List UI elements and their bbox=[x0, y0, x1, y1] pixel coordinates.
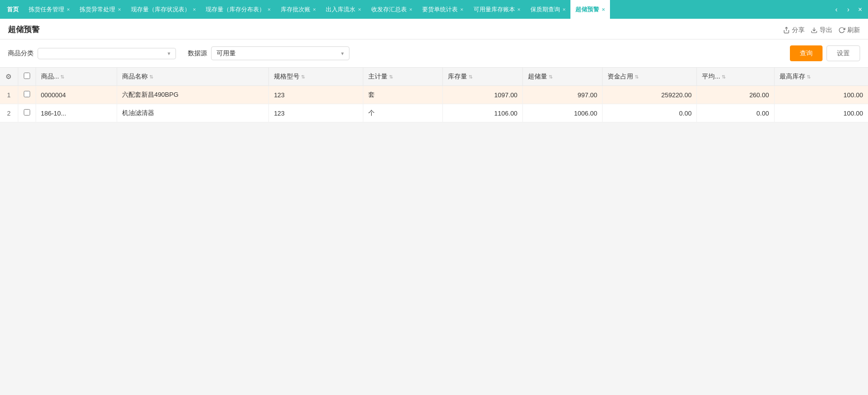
select-all-checkbox[interactable] bbox=[24, 73, 30, 79]
sort-capital[interactable]: 资金占用 ⇅ bbox=[608, 72, 639, 81]
category-select[interactable]: ▾ bbox=[38, 48, 176, 59]
nav-tab-stock-dist[interactable]: 现存量（库存分布表） × bbox=[201, 0, 275, 19]
row-checkbox-1 bbox=[18, 104, 36, 122]
close-usable-account-icon[interactable]: × bbox=[518, 6, 521, 12]
sort-icon-capital: ⇅ bbox=[635, 74, 639, 79]
sort-icon-goods-code: ⇅ bbox=[60, 74, 64, 79]
cell-goods-code-1: 186-10... bbox=[36, 104, 117, 122]
close-overstock-icon[interactable]: × bbox=[602, 6, 605, 12]
col-spec: 规格型号 ⇅ bbox=[269, 68, 363, 86]
col-settings: ⚙ bbox=[0, 68, 18, 86]
nav-tab-collect-summary[interactable]: 收发存汇总表 × bbox=[366, 0, 417, 19]
sort-goods-name[interactable]: 商品名称 ⇅ bbox=[122, 72, 153, 81]
page-title: 超储预警 bbox=[8, 25, 40, 35]
cell-max-stock-0: 100.00 bbox=[774, 86, 868, 104]
row-num-1: 2 bbox=[0, 104, 18, 122]
sort-icon-spec: ⇅ bbox=[301, 74, 305, 79]
nav-arrows: ‹ › × bbox=[830, 0, 866, 19]
export-icon bbox=[811, 27, 818, 34]
datasource-label: 数据源 bbox=[188, 49, 207, 58]
sort-avg[interactable]: 平均... ⇅ bbox=[702, 72, 726, 81]
category-filter: 商品分类 ▾ bbox=[8, 48, 176, 59]
close-abnormal-icon[interactable]: × bbox=[118, 6, 121, 12]
cell-goods-code-0: 0000004 bbox=[36, 86, 117, 104]
table-container: ⚙ 商品... ⇅ 商品名称 ⇅ bbox=[0, 68, 868, 122]
cell-unit-1: 个 bbox=[363, 104, 443, 122]
datasource-filter: 数据源 可用量 ▾ bbox=[188, 46, 349, 60]
settings-button[interactable]: 设置 bbox=[826, 45, 860, 61]
cell-stock-1: 1106.00 bbox=[443, 104, 522, 122]
sort-icon-avg: ⇅ bbox=[722, 74, 726, 79]
row-checkbox-0 bbox=[18, 86, 36, 104]
sort-max-stock[interactable]: 最高库存 ⇅ bbox=[780, 72, 811, 81]
col-max-stock: 最高库存 ⇅ bbox=[774, 68, 868, 86]
nav-tab-inout-flow[interactable]: 出入库流水 × bbox=[321, 0, 366, 19]
col-goods-code: 商品... ⇅ bbox=[36, 68, 117, 86]
nav-tab-stock-status[interactable]: 现存量（库存状况表） × bbox=[126, 0, 201, 19]
cell-avg-1: 0.00 bbox=[697, 104, 774, 122]
header-actions: 分享 导出 刷新 bbox=[783, 26, 860, 35]
nav-tab-expiry[interactable]: 保质期查询 × bbox=[525, 0, 570, 19]
table-body: 1 0000004 六配套新昌490BPG 123 套 1097.00 997.… bbox=[0, 86, 868, 122]
sort-icon-stock: ⇅ bbox=[469, 74, 473, 79]
share-button[interactable]: 分享 bbox=[783, 26, 805, 35]
cell-overstock-1: 1006.00 bbox=[522, 104, 602, 122]
overstock-table: ⚙ 商品... ⇅ 商品名称 ⇅ bbox=[0, 68, 868, 122]
chevron-down-icon: ▾ bbox=[168, 50, 171, 57]
query-button[interactable]: 查询 bbox=[790, 45, 823, 61]
close-batch-account-icon[interactable]: × bbox=[313, 6, 316, 12]
refresh-button[interactable]: 刷新 bbox=[838, 26, 860, 35]
table-row: 2 186-10... 机油滤清器 123 个 1106.00 1006.00 … bbox=[0, 104, 868, 122]
sort-goods-code[interactable]: 商品... ⇅ bbox=[41, 72, 65, 81]
col-avg: 平均... ⇅ bbox=[697, 68, 774, 86]
close-collect-summary-icon[interactable]: × bbox=[409, 6, 412, 12]
cell-overstock-0: 997.00 bbox=[522, 86, 602, 104]
nav-tab-home[interactable]: 首页 bbox=[2, 0, 24, 19]
datasource-select[interactable]: 可用量 ▾ bbox=[211, 46, 349, 60]
close-stock-dist-icon[interactable]: × bbox=[267, 6, 270, 12]
filter-actions: 查询 设置 bbox=[790, 45, 860, 61]
refresh-icon bbox=[838, 27, 845, 34]
nav-tab-usable-account[interactable]: 可用量库存账本 × bbox=[469, 0, 525, 19]
cell-max-stock-1: 100.00 bbox=[774, 104, 868, 122]
cell-goods-name-0: 六配套新昌490BPG bbox=[117, 86, 268, 104]
row-select-checkbox-0[interactable] bbox=[24, 91, 30, 97]
col-capital: 资金占用 ⇅ bbox=[603, 68, 697, 86]
nav-more-button[interactable]: × bbox=[854, 0, 866, 19]
row-select-checkbox-1[interactable] bbox=[24, 109, 30, 116]
col-checkbox bbox=[18, 68, 36, 86]
sort-stock[interactable]: 库存量 ⇅ bbox=[448, 72, 473, 81]
sort-unit[interactable]: 主计量 ⇅ bbox=[368, 72, 393, 81]
export-button[interactable]: 导出 bbox=[811, 26, 832, 35]
close-order-stats-icon[interactable]: × bbox=[460, 6, 463, 12]
sort-icon-goods-name: ⇅ bbox=[149, 74, 153, 79]
nav-tab-batch-account[interactable]: 库存批次账 × bbox=[276, 0, 321, 19]
close-task-mgmt-icon[interactable]: × bbox=[67, 6, 70, 12]
datasource-chevron-icon: ▾ bbox=[341, 50, 344, 57]
cell-goods-name-1: 机油滤清器 bbox=[117, 104, 268, 122]
top-nav: 首页 拣货任务管理 × 拣货异常处理 × 现存量（库存状况表） × 现存量（库存… bbox=[0, 0, 868, 19]
col-stock: 库存量 ⇅ bbox=[443, 68, 522, 86]
sort-spec[interactable]: 规格型号 ⇅ bbox=[274, 72, 305, 81]
nav-tab-overstock[interactable]: 超储预警 × bbox=[570, 0, 609, 19]
nav-prev-button[interactable]: ‹ bbox=[830, 0, 842, 19]
table-header-row: ⚙ 商品... ⇅ 商品名称 ⇅ bbox=[0, 68, 868, 86]
close-inout-flow-icon[interactable]: × bbox=[358, 6, 361, 12]
gear-icon[interactable]: ⚙ bbox=[5, 73, 12, 80]
sort-icon-overstock: ⇅ bbox=[549, 74, 553, 79]
cell-avg-0: 260.00 bbox=[697, 86, 774, 104]
cell-stock-0: 1097.00 bbox=[443, 86, 522, 104]
close-stock-status-icon[interactable]: × bbox=[193, 6, 196, 12]
col-unit: 主计量 ⇅ bbox=[363, 68, 443, 86]
page-header: 超储预警 分享 导出 刷新 bbox=[0, 19, 868, 40]
row-num-0: 1 bbox=[0, 86, 18, 104]
cell-unit-0: 套 bbox=[363, 86, 443, 104]
close-expiry-icon[interactable]: × bbox=[563, 6, 565, 12]
cell-capital-1: 0.00 bbox=[603, 104, 697, 122]
nav-next-button[interactable]: › bbox=[842, 0, 854, 19]
sort-overstock[interactable]: 超储量 ⇅ bbox=[528, 72, 553, 81]
nav-tab-abnormal[interactable]: 拣货异常处理 × bbox=[75, 0, 126, 19]
nav-tab-order-stats[interactable]: 要货单统计表 × bbox=[417, 0, 468, 19]
cell-capital-0: 259220.00 bbox=[603, 86, 697, 104]
nav-tab-task-mgmt[interactable]: 拣货任务管理 × bbox=[24, 0, 75, 19]
